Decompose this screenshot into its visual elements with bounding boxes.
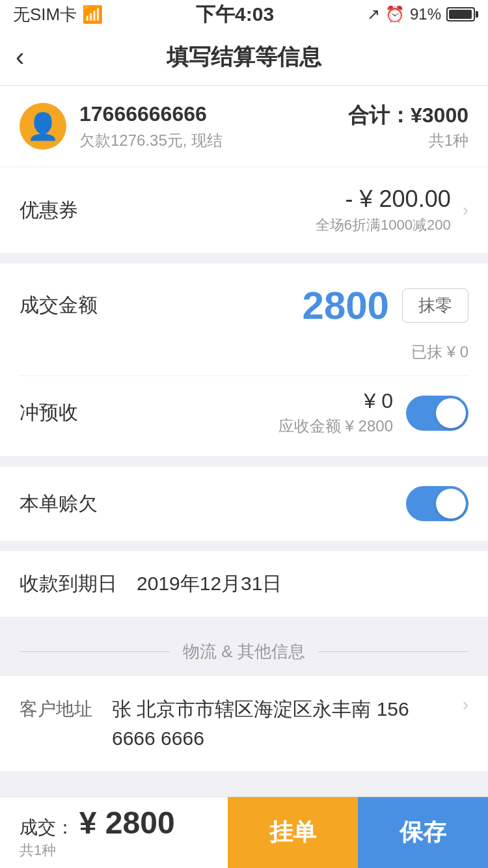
duedate-section: 收款到期日 2019年12月31日 [0, 551, 488, 617]
deal-row: 成交金额 2800 抹零 [20, 283, 468, 328]
page-title: 填写结算等信息 [167, 42, 321, 72]
user-count: 共1种 [348, 130, 468, 151]
wifi-icon: 📶 [82, 5, 103, 25]
content-area: 👤 17666666666 欠款1276.35元, 现结 合计：¥3000 共1… [0, 86, 488, 849]
chevron-right-icon: › [463, 200, 468, 221]
deal-sub-text: 已抹 ¥ 0 [411, 343, 468, 360]
bottom-deal-row: 成交： ¥ 2800 [20, 805, 208, 841]
debt-section: 本单赊欠 [0, 467, 488, 541]
bottom-deal-amount: ¥ 2800 [79, 806, 175, 840]
prepay-amounts: ¥ 0 应收金额 ¥ 2800 [278, 389, 393, 437]
coupon-row[interactable]: 优惠券 - ¥ 200.00 全场6折满1000减200 › [0, 167, 488, 253]
coupon-desc: 全场6折满1000减200 [316, 215, 451, 235]
nav-bar: ‹ 填写结算等信息 [0, 29, 488, 86]
bottom-summary: 成交： ¥ 2800 共1种 [0, 805, 228, 860]
prepay-amount: ¥ 0 [278, 389, 393, 413]
prepay-label: 冲预收 [20, 400, 78, 426]
round-button[interactable]: 抹零 [402, 288, 468, 323]
address-content: 张 北京市市辖区海淀区永丰南 156 6666 6666 [112, 694, 457, 753]
debt-toggle[interactable] [406, 486, 468, 521]
battery-icon [446, 7, 475, 21]
address-text: 张 北京市市辖区海淀区永丰南 156 6666 6666 [112, 698, 409, 749]
coupon-right: - ¥ 200.00 全场6折满1000减200 › [316, 185, 468, 235]
bottom-deal-label: 成交： [20, 817, 74, 837]
debt-label: 本单赊欠 [20, 491, 98, 517]
deal-right: 2800 抹零 [303, 283, 468, 328]
pending-button[interactable]: 挂单 [228, 797, 358, 869]
user-left: 👤 17666666666 欠款1276.35元, 现结 [20, 102, 223, 151]
toggle-knob [436, 398, 466, 428]
debt-toggle-knob [436, 489, 466, 519]
status-right: ↗ ⏰ 91% [367, 5, 475, 23]
carrier-text: 无SIM卡 [13, 3, 77, 26]
deal-amount: 2800 [303, 283, 389, 328]
logistics-divider: 物流 & 其他信息 [0, 627, 488, 676]
coupon-label: 优惠券 [20, 197, 78, 224]
user-total: 合计：¥3000 [348, 102, 468, 130]
location-icon: ↗ [367, 5, 380, 23]
back-button[interactable]: ‹ [16, 42, 24, 72]
save-button[interactable]: 保存 [358, 797, 488, 869]
duedate-label: 收款到期日 [20, 571, 117, 597]
deal-section: 成交金额 2800 抹零 已抹 ¥ 0 冲预收 ¥ 0 应收金额 ¥ 2800 [0, 264, 488, 456]
coupon-values: - ¥ 200.00 全场6折满1000减200 [316, 185, 451, 235]
prepay-right: ¥ 0 应收金额 ¥ 2800 [278, 389, 468, 437]
divider-line-left [20, 651, 170, 652]
prepay-receivable: 应收金额 ¥ 2800 [278, 416, 393, 437]
address-section[interactable]: 客户地址 张 北京市市辖区海淀区永丰南 156 6666 6666 › [0, 676, 488, 771]
address-chevron-icon: › [463, 694, 468, 715]
address-label: 客户地址 [20, 697, 92, 722]
user-right: 合计：¥3000 共1种 [348, 102, 468, 151]
user-row: 👤 17666666666 欠款1276.35元, 现结 合计：¥3000 共1… [0, 86, 488, 167]
bottom-count: 共1种 [20, 841, 208, 860]
user-debt: 欠款1276.35元, 现结 [79, 130, 223, 151]
logistics-label: 物流 & 其他信息 [183, 640, 305, 663]
bottom-bar: 成交： ¥ 2800 共1种 挂单 保存 [0, 796, 488, 868]
battery-text: 91% [410, 5, 441, 23]
deal-label: 成交金额 [20, 292, 98, 319]
prepay-toggle[interactable] [406, 396, 468, 431]
alarm-icon: ⏰ [385, 5, 405, 23]
status-left: 无SIM卡 📶 [13, 3, 103, 26]
status-time: 下午4:03 [196, 1, 274, 28]
user-info: 17666666666 欠款1276.35元, 现结 [79, 102, 223, 151]
coupon-amount: - ¥ 200.00 [316, 185, 451, 213]
duedate-value: 2019年12月31日 [137, 571, 282, 597]
prepay-row: 冲预收 ¥ 0 应收金额 ¥ 2800 [20, 375, 468, 437]
user-card: 👤 17666666666 欠款1276.35元, 现结 合计：¥3000 共1… [0, 86, 488, 253]
user-phone: 17666666666 [79, 102, 223, 126]
duedate-row: 收款到期日 2019年12月31日 [20, 571, 468, 597]
avatar: 👤 [20, 103, 66, 150]
divider-line-right [318, 651, 468, 652]
status-bar: 无SIM卡 📶 下午4:03 ↗ ⏰ 91% [0, 0, 488, 29]
